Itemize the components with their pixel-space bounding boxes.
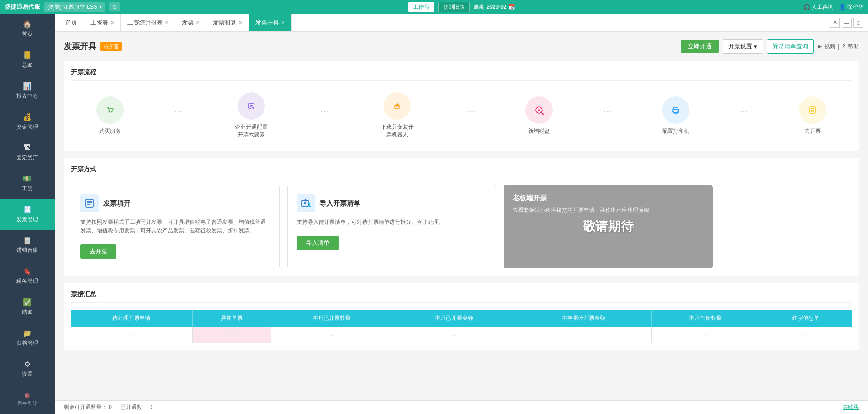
home-icon: 🏠 <box>23 20 32 29</box>
summary-val-red-slip: -- <box>759 327 852 343</box>
process-flow: 购买服务 ⋯ <box>71 88 852 143</box>
process-label-printer: 配置打印机 <box>662 127 689 135</box>
process-label-open-invoice: 去开票 <box>804 127 821 135</box>
download-robot-icon <box>384 92 411 120</box>
fund-icon: 💰 <box>23 113 32 121</box>
tab-close-invoice-tool[interactable]: ✕ <box>281 20 285 25</box>
tab-payroll-stats[interactable]: 工资统计报表 ✕ <box>121 14 175 31</box>
sidebar-item-label: 税务管理 <box>16 278 38 285</box>
sidebar-item-payroll[interactable]: 💵 工资 <box>0 168 55 199</box>
sidebar-item-label: 首页 <box>22 30 33 38</box>
process-label-download: 下载并安装开票机器人 <box>379 123 415 139</box>
switch-old-button[interactable]: 切到旧版 <box>438 2 470 12</box>
tab-close-invoice[interactable]: ✕ <box>196 20 200 25</box>
sidebar-item-fixed-assets[interactable]: 🏗 固定资产 <box>0 137 55 168</box>
summary-col-year-amount: 本年累计开票金额 <box>515 310 652 327</box>
process-step-buy: 购买服务 <box>96 96 124 135</box>
tab-close-payroll[interactable]: ✕ <box>110 20 114 25</box>
svg-point-3 <box>244 99 259 113</box>
old-platform-card: 老板端开票 查看老板端小程序提交的开票申请，并作出相应处理流程 敬请期待 <box>504 185 713 268</box>
close-tab-action[interactable]: ✕ <box>830 18 840 28</box>
open-settings-button[interactable]: 开票设置 ▾ <box>723 39 763 54</box>
svg-rect-35 <box>302 200 308 207</box>
process-label-taxdisk: 新增税盘 <box>528 127 550 135</box>
calendar-icon[interactable]: 📅 <box>509 4 515 10</box>
manual-card-header: 发票填开 <box>80 194 270 212</box>
old-platform-desc: 查看老板端小程序提交的开票申请，并作出相应处理流程 <box>513 206 703 215</box>
process-step-taxdisk: 新增税盘 <box>525 96 553 135</box>
sidebar-item-label: 设置 <box>22 370 33 378</box>
import-list-button[interactable]: 导入清单 <box>297 236 339 250</box>
headset-icon: 🎧 <box>803 4 810 10</box>
sidebar-item-member[interactable]: 👑 畅会员 <box>5 410 50 414</box>
summary-section: 票据汇总 待处理开票申请 异常单票 本月已开票数量 本月已开票金额 本年累计开票… <box>64 283 859 350</box>
help-consultation[interactable]: 🎧 人工咨询 <box>803 3 833 11</box>
abnormal-query-button[interactable]: 异常清单查询 <box>767 39 814 54</box>
arrow-5: ⋯ <box>740 106 748 116</box>
process-step-config: 企业开通配置开票六要素 <box>233 92 269 139</box>
open-now-button[interactable]: 立即开通 <box>681 40 719 53</box>
summary-val-abnormal: -- <box>192 327 271 343</box>
old-platform-title: 老板端开票 <box>513 194 703 202</box>
copy-icon[interactable]: ⧉ <box>109 2 120 11</box>
sidebar-item-general-ledger[interactable]: 📒 总账 <box>0 45 55 76</box>
sidebar-item-purchase-sale[interactable]: 📋 进销台账 <box>0 230 55 261</box>
summary-val-void-count: -- <box>652 327 759 343</box>
go-buy-link[interactable]: 去购买 <box>843 404 859 411</box>
import-card-header: 导入开票清单 <box>297 194 487 212</box>
tab-invoice[interactable]: 发票 ✕ <box>175 14 206 31</box>
process-step-open-invoice: 去开票 <box>799 96 826 135</box>
sidebar-item-settlement[interactable]: ✅ 结账 <box>0 292 55 323</box>
tab-list: 首页 工资表 ✕ 工资统计报表 ✕ 发票 ✕ 发票测算 ✕ <box>59 14 292 31</box>
sidebar-item-new-guide[interactable]: 🎯 新手引导 <box>5 389 50 410</box>
assets-icon: 🏗 <box>24 144 31 152</box>
sidebar-item-invoice-mgmt[interactable]: 🧾 发票管理 <box>0 199 55 230</box>
max-tab-action[interactable]: □ <box>853 18 863 28</box>
remaining-value: 0 <box>109 404 112 410</box>
go-open-invoice-button[interactable]: 去开票 <box>80 244 116 259</box>
chevron-down-icon: ▾ <box>754 43 757 50</box>
taxdisk-icon <box>525 96 553 124</box>
coming-soon-text: 敬请期待 <box>583 218 634 235</box>
summary-col-void-count: 本月作废数量 <box>652 310 759 327</box>
tab-close-invoice-calc[interactable]: ✕ <box>239 20 242 25</box>
company-selector[interactable]: (勿删) 江西服室-LSS ▾ <box>44 2 105 12</box>
tab-payroll[interactable]: 工资表 ✕ <box>84 14 121 31</box>
top-bar-center: 工作台 切到旧版 账期 2023-02 📅 <box>408 2 515 12</box>
sidebar-item-settings[interactable]: ⚙ 设置 <box>0 353 55 384</box>
sidebar-bottom: 🎯 新手引导 👑 畅会员 📌 取消固定 <box>0 384 55 414</box>
main-layout: 🏠 首页 📒 总账 📊 报表中心 💰 资金管理 🏗 固定资产 💵 工资 🧾 发票… <box>0 14 868 414</box>
manual-invoice-card: 发票填开 支持按照发票样式手工填写开发票；可开具增值税电子普通发票、增值税普通发… <box>71 185 280 268</box>
buy-service-icon <box>96 96 124 124</box>
user-icon: 👤 <box>839 4 846 10</box>
sidebar-item-report-center[interactable]: 📊 报表中心 <box>0 76 55 106</box>
summary-val-pending: -- <box>71 327 192 343</box>
summary-row: -- -- -- -- -- -- -- <box>71 327 852 343</box>
sidebar-item-home[interactable]: 🏠 首页 <box>0 14 55 45</box>
sidebar-item-label: 资金管理 <box>16 123 38 131</box>
arrow-1: ⋯ <box>174 106 182 116</box>
sidebar-item-archive-mgmt[interactable]: 📁 归档管理 <box>0 323 55 353</box>
workspace-button[interactable]: 工作台 <box>408 2 434 12</box>
sidebar-item-label: 结账 <box>22 308 33 316</box>
tab-invoice-calc[interactable]: 发票测算 ✕ <box>206 14 249 31</box>
svg-point-20 <box>668 103 683 117</box>
video-icon: ▶ <box>818 43 822 50</box>
purchase-sale-icon: 📋 <box>23 236 32 245</box>
sidebar-item-tax-mgmt[interactable]: 🔖 税务管理 <box>0 261 55 292</box>
sidebar-item-fund-mgmt[interactable]: 💰 资金管理 <box>0 106 55 137</box>
tab-invoice-tool[interactable]: 发票开具 ✕ <box>249 14 292 31</box>
import-card-title: 导入开票清单 <box>319 199 360 208</box>
arrow-3: ⋯ <box>466 106 474 116</box>
min-tab-action[interactable]: — <box>842 18 852 28</box>
svg-point-25 <box>678 110 678 111</box>
tab-home[interactable]: 首页 <box>59 14 84 31</box>
tab-close-payroll-stats[interactable]: ✕ <box>165 20 169 25</box>
sidebar-item-label: 进销台账 <box>16 247 38 254</box>
svg-point-12 <box>396 106 397 107</box>
arrow-2: ⋯ <box>320 106 329 116</box>
user-avatar[interactable]: 👤 徐泽华 <box>839 3 863 11</box>
period-display: 账期 2023-02 📅 <box>474 3 515 11</box>
payroll-icon: 💵 <box>23 174 32 183</box>
summary-val-year-amount: -- <box>515 327 652 343</box>
